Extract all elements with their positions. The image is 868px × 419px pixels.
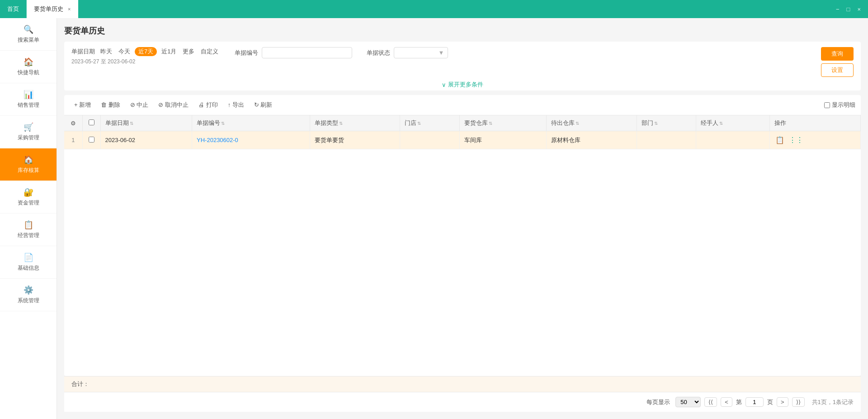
date-range-display: 2023-05-27 至 2023-06-02 [71, 58, 220, 66]
window-close-icon[interactable]: × [857, 6, 861, 13]
search-menu-icon: 🔍 [24, 24, 33, 34]
page-input[interactable] [745, 397, 764, 407]
sort-doc-date-icon[interactable]: ⇅ [130, 121, 133, 126]
toolbar-right: 显示明细 [824, 101, 855, 109]
cell-pending-warehouse: 原材料仓库 [547, 131, 637, 149]
col-handler-label: 经手人 [701, 119, 718, 126]
col-pending-warehouse: 待出仓库⇅ [547, 115, 637, 131]
sidebar-item-quick-nav-label: 快捷导航 [18, 69, 39, 76]
sidebar-item-base-info-label: 基础信息 [18, 264, 39, 272]
display-detail-label: 显示明细 [832, 101, 855, 109]
sort-doc-number-icon[interactable]: ⇅ [221, 121, 225, 126]
sidebar-item-quick-nav[interactable]: 🏠 快捷导航 [0, 51, 57, 83]
status-dropdown-arrow: ▼ [439, 49, 444, 56]
col-doc-number-label: 单据编号 [197, 119, 220, 126]
print-button[interactable]: 🖨 打印 [194, 99, 222, 111]
quick-nav-icon: 🏠 [24, 57, 33, 67]
sidebar-item-search-menu[interactable]: 🔍 搜索菜单 [0, 18, 57, 51]
date-shortcut-yesterday[interactable]: 昨天 [99, 47, 114, 56]
date-filter-row: 单据日期 昨天 今天 近7天 近1月 更多 自定义 [71, 47, 220, 56]
sort-pending-warehouse-icon[interactable]: ⇅ [576, 121, 579, 126]
stop-button[interactable]: ⊘ 中止 [126, 99, 153, 111]
select-all-checkbox[interactable] [89, 119, 94, 125]
sort-req-warehouse-icon[interactable]: ⇅ [489, 121, 492, 126]
page-size-select[interactable]: 50 100 200 [675, 397, 701, 407]
doc-status-select[interactable]: ▼ [394, 47, 448, 58]
display-detail-toggle[interactable]: 显示明细 [824, 101, 855, 109]
cell-doc-date: 2023-06-02 [100, 131, 192, 149]
date-shortcut-today[interactable]: 今天 [117, 47, 132, 56]
cancel-stop-button[interactable]: ⊘ 取消中止 [154, 99, 193, 111]
next-page-btn[interactable]: > [777, 397, 788, 407]
date-shortcut-last7days[interactable]: 近7天 [135, 47, 157, 56]
page-end-label: 页 [767, 398, 773, 406]
first-page-btn[interactable]: ⟨⟨ [704, 397, 717, 407]
main-section: + 新增 🗑 删除 ⊘ 中止 ⊘ 取消中止 🖨 打印 ↑ 导出 ↻ 刷新 显示明… [64, 95, 861, 412]
sidebar-item-system-mgmt[interactable]: ⚙️ 系统管理 [0, 279, 57, 311]
page-label: 第 [736, 398, 742, 406]
col-req-warehouse: 要货仓库⇅ [460, 115, 547, 131]
prev-page-btn[interactable]: < [721, 397, 732, 407]
col-department: 部门⇅ [637, 115, 696, 131]
col-handler: 经手人⇅ [696, 115, 769, 131]
tab-requisition-history[interactable]: 要货单历史 × [27, 0, 78, 18]
display-detail-checkbox[interactable] [824, 102, 830, 108]
col-action: 操作 [769, 115, 861, 131]
sidebar-item-finance-mgmt[interactable]: 🔐 资金管理 [0, 181, 57, 214]
main-layout: 🔍 搜索菜单 🏠 快捷导航 📊 销售管理 🛒 采购管理 🏠 库存核算 🔐 资金管… [0, 18, 868, 419]
date-shortcut-custom[interactable]: 自定义 [199, 47, 220, 56]
sidebar-item-operations-mgmt-label: 经营管理 [18, 232, 39, 239]
data-table: ⚙ 单据日期⇅ 单据编号⇅ 单据类型⇅ 门店⇅ 要货仓库⇅ 待出仓库⇅ 部门⇅ … [64, 115, 861, 149]
sales-mgmt-icon: 📊 [24, 90, 33, 100]
more-icon[interactable]: ⋮⋮ [788, 135, 804, 145]
tab-home[interactable]: 首页 [0, 0, 27, 18]
date-shortcut-more[interactable]: 更多 [181, 47, 196, 56]
window-minimize-icon[interactable]: − [836, 6, 840, 13]
sidebar-item-operations-mgmt[interactable]: 📋 经营管理 [0, 214, 57, 246]
date-shortcut-last1month[interactable]: 近1月 [160, 47, 178, 56]
col-department-label: 部门 [642, 119, 653, 126]
query-button[interactable]: 查询 [821, 47, 854, 61]
sort-department-icon[interactable]: ⇅ [654, 121, 658, 126]
doc-date-label: 单据日期 [71, 48, 95, 56]
sidebar: 🔍 搜索菜单 🏠 快捷导航 📊 销售管理 🛒 采购管理 🏠 库存核算 🔐 资金管… [0, 18, 57, 419]
export-button[interactable]: ↑ 导出 [223, 99, 249, 111]
cell-action: 📋 ⋮⋮ [769, 131, 861, 149]
col-settings[interactable]: ⚙ [64, 115, 82, 131]
system-mgmt-icon: ⚙️ [24, 285, 33, 295]
tab-requisition-history-label: 要货单历史 [34, 5, 63, 13]
sidebar-item-base-info[interactable]: 📄 基础信息 [0, 246, 57, 279]
table-header: ⚙ 单据日期⇅ 单据编号⇅ 单据类型⇅ 门店⇅ 要货仓库⇅ 待出仓库⇅ 部门⇅ … [64, 115, 861, 131]
sort-store-icon[interactable]: ⇅ [417, 121, 421, 126]
search-filter-panel: 单据日期 昨天 今天 近7天 近1月 更多 自定义 2023-05-27 至 2… [64, 42, 861, 90]
last-page-btn[interactable]: ⟩⟩ [792, 397, 805, 407]
expand-more-btn[interactable]: ∨ 展开更多条件 [71, 81, 854, 89]
col-store-label: 门店 [405, 119, 416, 126]
expand-more-chevron: ∨ [442, 81, 446, 88]
cell-store [400, 131, 460, 149]
sidebar-item-sales-mgmt[interactable]: 📊 销售管理 [0, 83, 57, 116]
cell-doc-number: YH-20230602-0 [192, 131, 310, 149]
sort-doc-type-icon[interactable]: ⇅ [339, 121, 343, 126]
doc-number-link[interactable]: YH-20230602-0 [197, 137, 238, 143]
settings-button[interactable]: 设置 [821, 63, 854, 77]
row-checkbox[interactable] [89, 137, 94, 143]
sidebar-item-inventory[interactable]: 🏠 库存核算 [0, 148, 57, 181]
sort-handler-icon[interactable]: ⇅ [719, 121, 723, 126]
col-store: 门店⇅ [400, 115, 460, 131]
edit-icon[interactable]: 📋 [774, 135, 785, 145]
sidebar-item-purchase-mgmt[interactable]: 🛒 采购管理 [0, 116, 57, 148]
pagination: 每页显示 50 100 200 ⟨⟨ < 第 页 > ⟩⟩ 共1页，1条记录 [64, 392, 861, 412]
date-filter-col: 单据日期 昨天 今天 近7天 近1月 更多 自定义 2023-05-27 至 2… [71, 47, 220, 66]
window-restore-icon[interactable]: □ [847, 6, 850, 13]
tab-close-icon[interactable]: × [68, 6, 71, 12]
sidebar-item-purchase-mgmt-label: 采购管理 [18, 134, 39, 142]
refresh-button[interactable]: ↻ 刷新 [250, 99, 277, 111]
action-icons: 📋 ⋮⋮ [774, 135, 856, 145]
cell-handler [696, 131, 769, 149]
delete-button[interactable]: 🗑 删除 [96, 99, 125, 111]
new-button[interactable]: + 新增 [70, 99, 95, 111]
page-size-label: 每页显示 [646, 398, 670, 406]
doc-number-input[interactable] [262, 47, 352, 58]
table-container: ⚙ 单据日期⇅ 单据编号⇅ 单据类型⇅ 门店⇅ 要货仓库⇅ 待出仓库⇅ 部门⇅ … [64, 115, 861, 376]
